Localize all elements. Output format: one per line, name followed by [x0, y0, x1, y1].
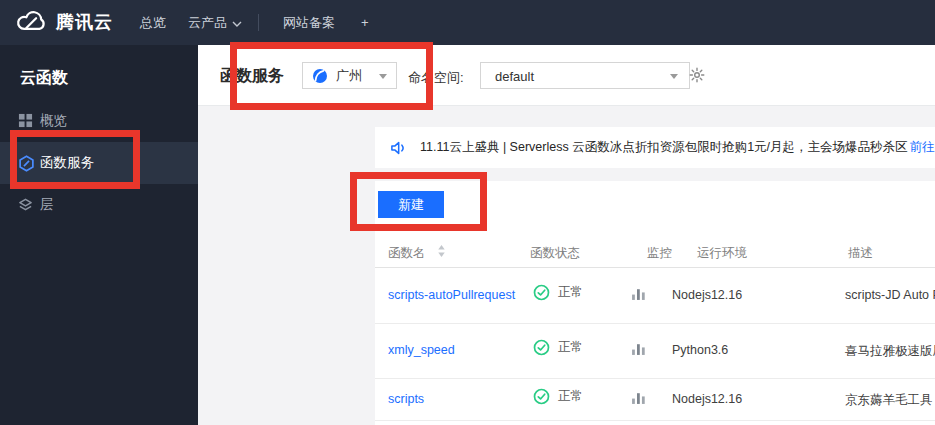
namespace-selector[interactable]: default — [480, 62, 690, 89]
nav-tab-beian[interactable]: 网站备案 — [283, 0, 335, 45]
status-cell: 正常 — [533, 284, 583, 301]
description-cell: 喜马拉雅极速版刷 — [845, 343, 935, 360]
page-title: 函数服务 — [220, 66, 284, 87]
runtime-cell: Nodejs12.16 — [672, 392, 742, 406]
status-ok-icon — [533, 388, 550, 405]
column-header-status: 函数状态 — [530, 245, 580, 262]
region-globe-icon — [312, 68, 328, 84]
top-nav: 腾讯云 总览 云产品 网站备案 + — [0, 0, 935, 45]
caret-down-icon — [379, 74, 387, 79]
announcement-speaker-icon — [390, 140, 407, 156]
column-header-monitor: 监控 — [647, 245, 672, 262]
chevron-down-icon — [232, 21, 242, 27]
column-header-name[interactable]: 函数名 — [388, 245, 426, 262]
function-list-panel: 新建 函数名 函数状态 监控 运行环境 描述 scripts-autoPullr… — [375, 181, 935, 425]
scf-hexagon-icon — [18, 155, 35, 172]
sidebar: 云函数 概览 函数服务 层 — [0, 45, 198, 425]
status-ok-icon — [533, 339, 550, 356]
sidebar-item-label: 函数服务 — [40, 154, 94, 172]
create-function-button[interactable]: 新建 — [378, 191, 444, 218]
function-name-link[interactable]: xmly_speed — [388, 343, 455, 357]
table-row: scripts 正常 Nodejs12.16 京东薅羊毛工具 — [375, 379, 935, 421]
sidebar-item-overview[interactable]: 概览 — [0, 100, 198, 142]
function-name-link[interactable]: scripts — [388, 392, 424, 406]
layers-icon — [18, 197, 35, 214]
runtime-cell: Python3.6 — [672, 343, 728, 357]
status-ok-icon — [533, 284, 550, 301]
monitor-chart-icon[interactable] — [631, 390, 646, 408]
status-cell: 正常 — [533, 388, 583, 405]
sidebar-item-label: 层 — [40, 196, 54, 214]
status-text: 正常 — [558, 388, 583, 405]
notice-text: 11.11云上盛典 | Serverless 云函数冰点折扣资源包限时抢购1元/… — [420, 139, 908, 156]
runtime-cell: Nodejs12.16 — [672, 288, 742, 302]
cloud-logo-icon — [14, 10, 48, 34]
region-value: 广州 — [336, 67, 362, 85]
sidebar-item-label: 概览 — [40, 112, 67, 130]
caret-down-icon — [670, 74, 678, 79]
logo-text: 腾讯云 — [56, 10, 113, 34]
namespace-value: default — [495, 69, 534, 84]
page-header: 函数服务 广州 命名空间: default — [198, 45, 935, 106]
sidebar-item-function-service[interactable]: 函数服务 — [0, 142, 198, 184]
description-cell: scripts-JD Auto P — [845, 288, 935, 302]
table-row: xmly_speed 正常 Python3.6 喜马拉雅极速版刷 — [375, 324, 935, 379]
column-header-description: 描述 — [848, 245, 873, 262]
status-text: 正常 — [558, 339, 583, 356]
tencent-cloud-logo[interactable]: 腾讯云 — [14, 10, 113, 34]
notice-go-link[interactable]: 前往 — [910, 139, 935, 156]
sidebar-item-layers[interactable]: 层 — [0, 184, 198, 226]
monitor-chart-icon[interactable] — [631, 286, 646, 304]
sort-icon[interactable] — [437, 245, 446, 260]
gear-icon[interactable] — [689, 67, 705, 83]
monitor-chart-icon[interactable] — [631, 341, 646, 359]
grid-icon — [18, 113, 35, 130]
description-cell: 京东薅羊毛工具 — [845, 392, 933, 409]
status-text: 正常 — [558, 284, 583, 301]
nav-overview[interactable]: 总览 — [140, 0, 166, 45]
nav-cloud-products[interactable]: 云产品 — [188, 0, 242, 45]
add-tab-button[interactable]: + — [361, 0, 369, 45]
status-cell: 正常 — [533, 339, 583, 356]
promo-notice-bar: 11.11云上盛典 | Serverless 云函数冰点折扣资源包限时抢购1元/… — [375, 127, 935, 168]
region-selector[interactable]: 广州 — [302, 62, 397, 89]
sidebar-title: 云函数 — [0, 45, 198, 100]
namespace-label: 命名空间: — [408, 69, 464, 87]
nav-divider — [258, 14, 259, 31]
function-name-link[interactable]: scripts-autoPullrequest — [388, 288, 515, 302]
table-row: scripts-autoPullrequest 正常 Nodejs12.16 s… — [375, 269, 935, 324]
table-header-row: 函数名 函数状态 监控 运行环境 描述 — [375, 240, 935, 268]
column-header-runtime: 运行环境 — [697, 245, 747, 262]
